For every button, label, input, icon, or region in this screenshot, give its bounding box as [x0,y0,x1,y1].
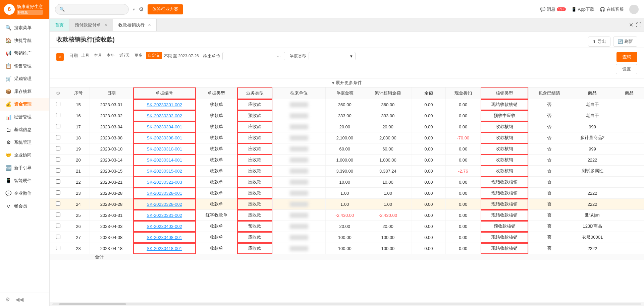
sidebar-item-marketing[interactable]: 📢营销推广 [0,47,49,60]
order-type-select[interactable]: ▾ [309,52,356,60]
sidebar-item-enterprise[interactable]: 🤝企业协同 [0,149,49,162]
sidebar-item-operation[interactable]: 📊经营管理 [0,111,49,123]
row-checkbox[interactable] [56,102,60,106]
sidebar-item-guide[interactable]: 🆕新手引导 [0,162,49,174]
sidebar-item-member[interactable]: V畅会员 [0,200,49,212]
tab-home[interactable]: 首页 [50,19,69,31]
row-checkbox[interactable] [56,146,60,150]
sidebar-label-system: 系统管理 [14,139,32,145]
sidebar-item-system[interactable]: ⚙系统管理 [0,136,49,149]
verify-tab-close[interactable]: ✕ [148,23,151,27]
tab-maximize-icon[interactable]: ⛶ [636,22,641,28]
order-no-link[interactable]: SK-20230321-003 [147,180,182,185]
cell-verify-type: 现结收款核销 [481,177,528,188]
row-checkbox[interactable] [56,157,60,162]
order-no-link[interactable]: SK-20230302-002 [147,113,182,118]
headset-icon: 🎧 [600,7,605,12]
export-icon: ⬆ [592,39,596,44]
order-no-link[interactable]: SK-20230328-001 [147,191,182,196]
sidebar-item-purchase[interactable]: 🛒采购管理 [0,72,49,85]
cell-biz-type: 应收款 [237,99,272,110]
row-checkbox[interactable] [56,246,60,250]
order-no-link[interactable]: SK-20230308-001 [147,135,182,140]
scrollbar-thumb[interactable] [59,303,126,305]
sidebar-item-inventory[interactable]: 📦库存核算 [0,85,49,98]
last-month-btn[interactable]: 上月 [80,52,91,59]
this-month-btn[interactable]: 本月 [93,52,103,59]
tab-verify[interactable]: 收款核销执行 ✕ [113,19,157,31]
order-no-link[interactable]: SK-20230315-002 [147,169,182,174]
expand-btn[interactable]: ▾ 展开更多条件 [332,80,362,86]
row-checkbox[interactable] [56,113,60,117]
sidebar-item-hardware[interactable]: 📱智能硬件 [0,174,49,187]
query-btn[interactable]: 查询 [616,52,637,62]
message-badge: 99+ [557,7,566,11]
sidebar-item-wechat[interactable]: 💬企业微信 [0,187,49,200]
cell-include: 否 [528,177,570,188]
industry-btn[interactable]: 体验行业方案 [148,4,183,14]
order-no-link[interactable]: SK-20230314-001 [147,158,182,163]
order-no-link[interactable]: SK-20230408-001 [147,235,182,240]
sidebar-item-finance[interactable]: 💰资金管理 [0,98,49,111]
cell-order-type: 收款单 [196,232,237,243]
column-settings-icon[interactable]: ⚙ [56,90,60,96]
this-year-btn[interactable]: 本年 [105,52,116,59]
order-no-link[interactable]: SK-20230328-002 [147,202,182,207]
tab-prepay[interactable]: 预付款应付单 ✕ [69,19,113,31]
horizontal-scrollbar[interactable] [50,302,644,306]
settings-btn[interactable]: 设置 [616,64,637,74]
partner-input[interactable] [225,54,276,59]
order-no-link[interactable]: SK-20230331-002 [147,213,182,218]
cell-product: 123D商品 [570,221,615,232]
cell-order-no: SK-20230331-002 [133,210,196,221]
th-biz-type: 业务类型 [237,87,272,99]
refresh-btn[interactable]: 🔄 刷新 [613,37,637,47]
cell-biz-type: 预收款 [237,110,272,121]
tab-close-all-icon[interactable]: ✕ [629,22,633,28]
filter-toggle-btn[interactable]: » [56,53,64,61]
sidebar-item-basic[interactable]: 🗂基础信息 [0,123,49,136]
message-action[interactable]: 💬 消息 99+ [540,6,566,12]
order-no-link[interactable]: SK-20230301-002 [147,102,182,107]
cell-order-type: 收款单 [196,121,237,132]
export-btn[interactable]: ⬆ 导出 [588,37,610,47]
sidebar-item-search[interactable]: 🔍搜索菜单 [0,21,49,34]
row-checkbox[interactable] [56,201,60,206]
sidebar-item-sales[interactable]: 📋销售管理 [0,60,49,72]
top-gear-icon[interactable]: ⚙ [139,6,144,12]
main-content: 🔍 ▾ ⚙ 体验行业方案 💬 消息 99+ 📱 App下载 🎧 在线客服 [50,0,644,306]
online-support-action[interactable]: 🎧 在线客服 [600,6,624,12]
user-avatar[interactable] [629,5,639,14]
sidebar-item-quick[interactable]: 🏠快捷导航 [0,34,49,47]
cell-product2 [615,232,644,243]
cell-balance: 0.00 [412,243,446,254]
row-checkbox[interactable] [56,212,60,217]
cell-discount: 0.00 [445,188,481,199]
sidebar-label-quick: 快捷导航 [14,38,32,44]
tab-controls: ✕ ⛶ [626,22,644,28]
order-no-link[interactable]: SK-20230418-001 [147,246,182,251]
last-7days-btn[interactable]: 近7天 [118,52,131,59]
row-checkbox[interactable] [56,179,60,184]
cell-no: 18 [67,132,90,143]
th-no: 序号 [67,87,90,99]
more-date-btn[interactable]: 更多 [133,52,144,59]
row-checkbox[interactable] [56,135,60,139]
table-row: 23 2023-03-28 SK-20230328-001 收款单 应收款 ██… [50,188,644,199]
order-no-link[interactable]: SK-20230310-001 [147,146,182,151]
row-checkbox[interactable] [56,190,60,195]
custom-date-btn[interactable]: 自定义 [146,52,162,59]
row-checkbox[interactable] [56,124,60,128]
order-no-link[interactable]: SK-20230304-001 [147,124,182,129]
collapse-icon[interactable]: ◀◀ [15,296,23,303]
search-bar[interactable]: 🔍 [55,4,129,15]
row-checkbox[interactable] [56,224,60,228]
row-checkbox[interactable] [56,168,60,173]
order-no-link[interactable]: SK-20230403-002 [147,224,182,229]
app-download-action[interactable]: 📱 App下载 [571,6,594,12]
settings-icon[interactable]: ⚙ [5,296,10,303]
prepay-tab-close[interactable]: ✕ [104,23,107,27]
search-input[interactable] [67,7,124,12]
sidebar-label-basic: 基础信息 [14,127,32,133]
row-checkbox[interactable] [56,235,60,239]
